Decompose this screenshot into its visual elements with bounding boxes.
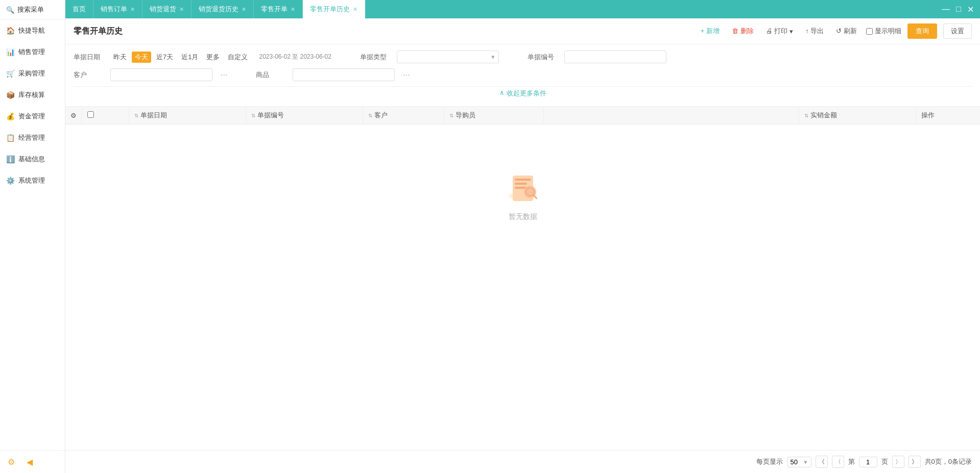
table-area: ⚙ ⇅ 单据日期 ⇅ xyxy=(65,107,980,450)
th-actions: 操作 xyxy=(916,107,981,125)
sidebar-item-label: 经营管理 xyxy=(18,133,45,142)
tab-home[interactable]: 首页 xyxy=(65,0,93,18)
date-tab-today[interactable]: 今天 xyxy=(132,52,151,63)
number-label: 单据编号 xyxy=(528,53,556,62)
goods-input[interactable] xyxy=(293,68,395,81)
tab-sales-return-history[interactable]: 销货退货历史 ✕ xyxy=(192,0,254,18)
tab-home-label: 首页 xyxy=(73,5,86,14)
sidebar-search-label: 搜索采单 xyxy=(17,5,44,14)
goods-dots[interactable]: ··· xyxy=(403,70,410,80)
customer-label: 客户 xyxy=(74,70,102,80)
settings-bottom-icon[interactable]: ⚙ xyxy=(6,457,16,467)
th-number-label: 单据编号 xyxy=(257,111,284,120)
refresh-button[interactable]: ↺ 刷新 xyxy=(833,24,860,38)
tab-retail-open-history-close[interactable]: ✕ xyxy=(353,6,357,13)
tab-sales-order[interactable]: 销售订单 ✕ xyxy=(93,0,142,18)
sidebar-item-label: 采购管理 xyxy=(18,69,45,78)
collapse-bar[interactable]: ∧ 收起更多条件 xyxy=(74,86,972,100)
print-dropdown-icon[interactable]: ▾ xyxy=(790,28,793,35)
tabs-bar: 首页 销售订单 ✕ 销货退货 ✕ 销货退货历史 ✕ 零售开单 ✕ 零售开单历史 … xyxy=(65,0,980,18)
page-number-input[interactable] xyxy=(859,457,877,467)
th-gear[interactable]: ⚙ xyxy=(65,107,82,125)
sidebar-item-system[interactable]: ⚙️ 系统管理 xyxy=(0,170,65,191)
tab-sales-return[interactable]: 销货退货 ✕ xyxy=(142,0,192,18)
show-detail-input[interactable] xyxy=(866,28,873,35)
sidebar-item-label: 基础信息 xyxy=(18,155,45,164)
th-customer-label: 客户 xyxy=(374,111,388,120)
th-salesperson[interactable]: ⇅ 导购员 xyxy=(444,107,543,125)
total-text: 共0页，0条记录 xyxy=(925,457,972,466)
sidebar-item-inventory[interactable]: 📦 库存核算 xyxy=(0,84,65,106)
th-date-label: 单据日期 xyxy=(140,111,167,120)
select-all-checkbox[interactable] xyxy=(87,111,94,118)
delete-button[interactable]: 🗑 删除 xyxy=(729,24,757,38)
sidebar-item-basic-info[interactable]: ℹ️ 基础信息 xyxy=(0,148,65,170)
th-customer[interactable]: ⇅ 客户 xyxy=(363,107,444,125)
tab-sales-order-label: 销售订单 xyxy=(101,5,127,14)
tab-retail-open[interactable]: 零售开单 ✕ xyxy=(254,0,303,18)
gear-icon[interactable]: ⚙ xyxy=(70,112,77,119)
th-actions-label: 操作 xyxy=(921,111,935,119)
page-last-btn[interactable]: 》 xyxy=(909,456,921,468)
sidebar-item-sales-mgmt[interactable]: 📊 销售管理 xyxy=(0,41,65,63)
date-tab-custom[interactable]: 自定义 xyxy=(225,52,251,63)
th-number-sort-icon: ⇅ xyxy=(251,113,255,118)
tab-retail-open-history[interactable]: 零售开单历史 ✕ xyxy=(303,0,365,18)
data-table: ⚙ ⇅ 单据日期 ⇅ xyxy=(65,107,980,262)
sidebar-item-ops[interactable]: 📋 经营管理 xyxy=(0,127,65,148)
customer-input[interactable] xyxy=(110,68,212,81)
tab-retail-open-close[interactable]: ✕ xyxy=(291,6,295,13)
page-next-btn[interactable]: 〉 xyxy=(892,456,904,468)
th-amount-sort-icon: ⇅ xyxy=(804,113,808,118)
th-amount-label: 实销金额 xyxy=(810,111,837,120)
add-button[interactable]: + 新增 xyxy=(698,24,723,38)
th-number[interactable]: ⇅ 单据编号 xyxy=(246,107,363,125)
th-date[interactable]: ⇅ 单据日期 xyxy=(129,107,246,125)
add-label: + 新增 xyxy=(701,27,720,36)
tab-sales-return-history-close[interactable]: ✕ xyxy=(242,6,246,13)
customer-dots[interactable]: ··· xyxy=(221,70,227,80)
page-first-btn[interactable]: 《 xyxy=(816,456,828,468)
type-select[interactable] xyxy=(397,51,499,63)
collapse-sidebar-icon[interactable]: ◀ xyxy=(25,457,35,467)
show-detail-checkbox[interactable]: 显示明细 xyxy=(866,27,901,36)
tab-sales-return-close[interactable]: ✕ xyxy=(179,6,184,13)
th-date-sort-icon: ⇅ xyxy=(134,113,138,118)
th-spacer xyxy=(543,107,799,125)
th-select-all[interactable] xyxy=(82,107,129,125)
sidebar-search[interactable]: 🔍 搜索采单 xyxy=(0,0,65,20)
sidebar: 🔍 搜索采单 🏠 快捷导航 📊 销售管理 🛒 采购管理 📦 库存核算 💰 资金管… xyxy=(0,0,65,473)
window-close-btn[interactable]: ✕ xyxy=(967,5,974,14)
tab-sales-order-close[interactable]: ✕ xyxy=(130,6,135,13)
main-area: 首页 销售订单 ✕ 销货退货 ✕ 销货退货历史 ✕ 零售开单 ✕ 零售开单历史 … xyxy=(65,0,980,473)
number-input[interactable] xyxy=(564,51,666,63)
date-tab-last-month[interactable]: 近1月 xyxy=(178,52,201,63)
type-label: 单据类型 xyxy=(360,53,389,62)
date-range-display: 2023-06-02 至 2023-06-02 xyxy=(259,53,331,61)
tab-retail-open-history-label: 零售开单历史 xyxy=(310,5,350,14)
system-icon: ⚙️ xyxy=(6,177,14,185)
table-body: 暂无数据 xyxy=(65,125,980,263)
print-button[interactable]: 🖨 打印 ▾ xyxy=(763,24,797,38)
sidebar-item-finance[interactable]: 💰 资金管理 xyxy=(0,106,65,127)
th-amount[interactable]: ⇅ 实销金额 xyxy=(799,107,916,125)
window-maximize-btn[interactable]: □ xyxy=(956,5,961,14)
sidebar-item-quick-nav[interactable]: 🏠 快捷导航 xyxy=(0,20,65,41)
date-tab-more[interactable]: 更多 xyxy=(203,52,223,63)
header-actions: + 新增 🗑 删除 🖨 打印 ▾ ↑ 导出 ↺ 刷新 显示明细 xyxy=(698,23,972,39)
collapse-icon: ∧ xyxy=(499,89,505,98)
setting-button[interactable]: 设置 xyxy=(943,23,972,39)
tab-retail-open-label: 零售开单 xyxy=(261,5,288,14)
filter-row-1: 单据日期 昨天 今天 近7天 近1月 更多 自定义 2023-06-02 至 2… xyxy=(74,51,972,63)
page-title: 零售开单历史 xyxy=(74,26,123,37)
page-size-select[interactable]: 10 20 50 100 xyxy=(787,457,811,467)
export-button[interactable]: ↑ 导出 xyxy=(802,24,827,38)
query-button[interactable]: 查询 xyxy=(907,23,937,39)
page-prev-btn[interactable]: 〈 xyxy=(832,456,844,468)
date-tab-yesterday[interactable]: 昨天 xyxy=(110,52,130,63)
window-minimize-btn[interactable]: — xyxy=(942,5,950,14)
type-select-wrapper xyxy=(397,51,499,63)
print-label: 🖨 打印 xyxy=(766,27,788,36)
sidebar-item-purchase-mgmt[interactable]: 🛒 采购管理 xyxy=(0,63,65,84)
date-tab-last7[interactable]: 近7天 xyxy=(153,52,176,63)
